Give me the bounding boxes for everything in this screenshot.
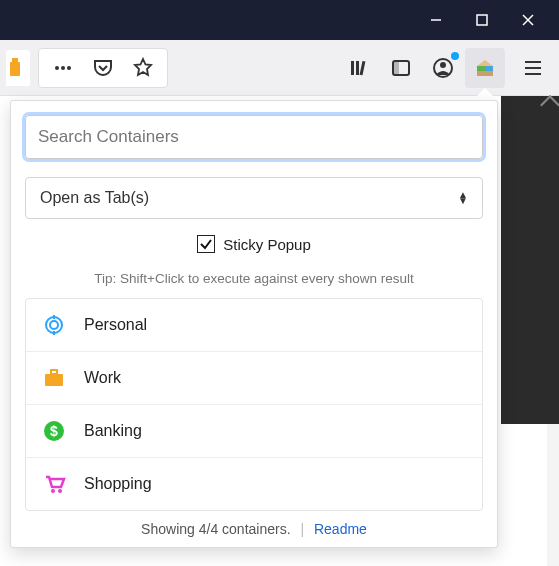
containers-popup: Open as Tab(s) ▲▼ Sticky Popup Tip: Shif… [10,100,498,548]
readme-link[interactable]: Readme [314,521,367,537]
container-label: Personal [84,316,147,334]
svg-point-7 [61,66,65,70]
containers-extension-button[interactable] [465,48,505,88]
hamburger-icon [523,58,543,78]
notification-dot-icon [451,52,459,60]
star-icon [132,57,154,79]
library-button[interactable] [339,48,379,88]
list-item[interactable]: Work [26,351,482,404]
tip-text: Tip: Shift+Click to execute against ever… [25,271,483,286]
footer-status: Showing 4/4 containers. [141,521,290,537]
window-minimize-button[interactable] [413,0,459,40]
close-icon [521,13,535,27]
fingerprint-icon [42,313,66,337]
sticky-popup-option[interactable]: Sticky Popup [25,235,483,253]
svg-rect-4 [10,62,20,76]
container-label: Work [84,369,121,387]
window-close-button[interactable] [505,0,551,40]
page-content: Open as Tab(s) ▲▼ Sticky Popup Tip: Shif… [0,96,559,566]
list-item[interactable]: $ Banking [26,404,482,457]
active-tab[interactable] [6,50,30,86]
bookmark-button[interactable] [123,48,163,88]
pocket-icon [92,57,114,79]
svg-rect-5 [12,58,18,62]
library-icon [348,57,370,79]
svg-rect-10 [356,61,359,75]
svg-marker-17 [477,60,493,66]
svg-point-8 [67,66,71,70]
browser-toolbar [0,40,559,96]
svg-rect-19 [485,66,493,71]
container-label: Banking [84,422,142,440]
svg-point-23 [50,321,58,329]
svg-rect-13 [393,61,399,75]
toolbar-right [339,48,553,88]
container-label: Shopping [84,475,152,493]
list-item[interactable]: Shopping [26,457,482,510]
open-mode-label: Open as Tab(s) [40,189,149,207]
minimize-icon [429,13,443,27]
account-icon [432,57,454,79]
sticky-checkbox[interactable] [197,235,215,253]
check-icon [199,237,213,251]
window-titlebar [0,0,559,40]
maximize-icon [475,13,489,27]
app-menu-button[interactable] [513,48,553,88]
svg-rect-11 [360,60,366,74]
page-actions [38,48,168,88]
account-button[interactable] [423,48,463,88]
svg-rect-25 [45,374,63,386]
pocket-button[interactable] [83,48,123,88]
svg-rect-18 [477,66,485,71]
containers-list: Personal Work $ Banking Shopping [25,298,483,511]
more-horizontal-icon [52,57,74,79]
page-actions-more-button[interactable] [43,48,83,88]
sticky-label: Sticky Popup [223,236,311,253]
svg-point-6 [55,66,59,70]
briefcase-icon [42,366,66,390]
svg-point-30 [58,489,62,493]
cart-icon [42,472,66,496]
container-tab-icon [8,58,24,78]
svg-rect-9 [351,61,354,75]
search-input[interactable] [25,115,483,159]
svg-rect-26 [51,370,57,374]
open-mode-select[interactable]: Open as Tab(s) ▲▼ [25,177,483,219]
svg-point-24 [46,317,62,333]
svg-text:$: $ [50,423,58,439]
window-maximize-button[interactable] [459,0,505,40]
containers-extension-icon [473,56,497,80]
svg-rect-1 [477,15,487,25]
svg-point-29 [51,489,55,493]
footer-separator: | [300,521,304,537]
popup-footer: Showing 4/4 containers. | Readme [25,521,483,537]
sidebar-icon [390,57,412,79]
svg-point-15 [440,62,446,68]
list-item[interactable]: Personal [26,299,482,351]
select-arrows-icon: ▲▼ [458,192,468,204]
sidebar-button[interactable] [381,48,421,88]
background-page-strip [501,96,559,424]
dollar-icon: $ [42,419,66,443]
